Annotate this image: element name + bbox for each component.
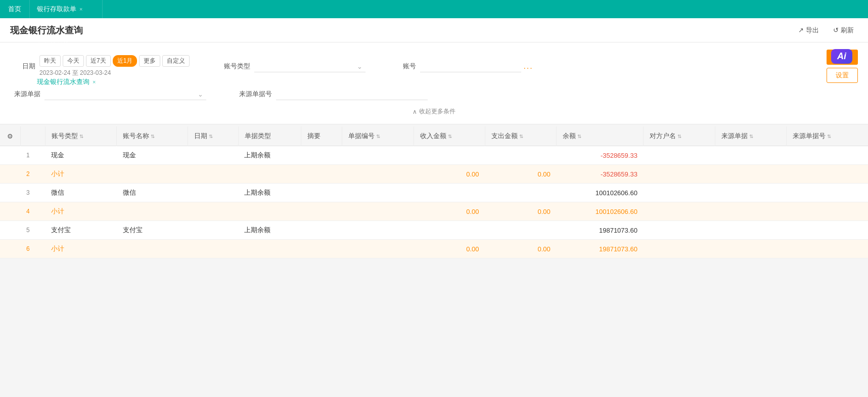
table-row: 1现金现金上期余额-3528659.33 [0,146,868,165]
close-icon[interactable]: × [79,24,82,30]
th-counterpart[interactable]: 对方户名⇅ [644,126,715,146]
sort-arrows-icon: ⇅ [209,134,213,139]
settings-button[interactable]: 设置 [827,68,858,83]
td-account_type: 小计 [45,202,116,221]
td-account_name [117,202,188,221]
td-date [188,240,239,258]
td-account_type: 微信 [45,184,116,202]
close-icon[interactable]: × [79,6,82,12]
filter-row-2: 来源单据 来源单据号 [10,88,858,100]
table-body: 1现金现金上期余额-3528659.332小计0.000.00-3528659.… [0,146,868,258]
td-income: 0.00 [414,202,485,221]
date-label: 日期 [10,62,35,71]
export-icon: ↗ [798,26,804,34]
source-doc-no-input[interactable] [276,88,428,100]
filter-row-1: 日期 昨天今天近7天近1月更多自定义 2023-02-24 至 2023-03-… [10,50,858,83]
account-type-select[interactable]: 现金 微信 支付宝 [254,60,366,72]
refresh-button[interactable]: ↺ 刷新 [829,24,858,37]
refresh-icon: ↺ [833,26,839,34]
nav-home[interactable]: 首页 [0,0,30,18]
td-account_name: 现金 [117,146,188,165]
td-balance: -3528659.33 [557,146,644,165]
export-button[interactable]: ↗ 导出 [794,24,823,37]
td-doc_no [342,202,414,221]
date-btn-近7天[interactable]: 近7天 [86,55,111,67]
td-balance: 19871073.60 [557,240,644,258]
td-index: 4 [20,202,45,221]
td-income: 0.00 [414,165,485,184]
nav-tab-银行存取款单[interactable]: 银行存取款单× [30,0,103,18]
td-source_doc_no [786,165,868,184]
date-btn-更多[interactable]: 更多 [139,55,160,67]
td-summary [301,165,342,184]
td-source_doc_no [786,184,868,202]
td-doc_type [238,165,301,184]
account-dots-button[interactable]: ... [521,60,535,73]
date-btn-自定义[interactable]: 自定义 [162,55,190,67]
th-source_doc[interactable]: 来源单据⇅ [715,126,786,146]
td-expense [485,146,557,165]
collapse-label: 收起更多条件 [419,107,455,116]
td-counterpart [644,221,715,240]
th-date[interactable]: 日期⇅ [188,126,239,146]
gear-icon[interactable]: ⚙ [7,133,13,140]
th-account_type[interactable]: 账号类型⇅ [45,126,116,146]
td-index: 6 [20,240,45,258]
close-icon[interactable]: × [79,42,82,49]
td-counterpart [644,184,715,202]
td-expense: 0.00 [485,202,557,221]
date-buttons-row: 昨天今天近7天近1月更多自定义 [39,55,190,67]
account-type-select-wrapper: 现金 微信 支付宝 [254,60,366,72]
td-account_name [117,240,188,258]
page-header: 现金银行流水查询 ↗ 导出 ↺ 刷新 [0,18,868,42]
data-table: ⚙账号类型⇅账号名称⇅日期⇅单据类型摘要单据编号⇅收入金额⇅支出金额⇅余额⇅对方… [0,126,868,258]
td-account_type: 现金 [45,146,116,165]
th-balance[interactable]: 余额⇅ [557,126,644,146]
sort-arrows-icon: ⇅ [577,134,581,139]
date-btn-昨天[interactable]: 昨天 [39,55,61,67]
th-summary: 摘要 [301,126,342,146]
source-doc-select[interactable] [44,88,206,100]
td-expense: 0.00 [485,240,557,258]
td-source_doc_no [786,240,868,258]
top-navigation: 首页 收款单×付款单×其他收入单×应收应付调整单×银行存取款单×预收冲应收单×收… [0,0,868,18]
td-summary [301,184,342,202]
table-row: 6小计0.000.0019871073.60 [0,240,868,258]
td-account_type: 小计 [45,240,116,258]
td-balance: 100102606.60 [557,202,644,221]
th-account_name[interactable]: 账号名称⇅ [117,126,188,146]
ai-badge[interactable]: Ai [831,49,852,64]
td-source_doc_no [786,221,868,240]
th-expense[interactable]: 支出金额⇅ [485,126,557,146]
th-income[interactable]: 收入金额⇅ [414,126,485,146]
sort-arrows-icon: ⇅ [79,134,83,139]
account-input[interactable] [420,60,521,72]
td-income [414,221,485,240]
td-gear [0,165,20,184]
table-header: ⚙账号类型⇅账号名称⇅日期⇅单据类型摘要单据编号⇅收入金额⇅支出金额⇅余额⇅对方… [0,126,868,146]
td-account_type: 支付宝 [45,221,116,240]
source-doc-label: 来源单据 [10,90,40,99]
close-icon[interactable]: × [79,61,82,67]
sort-arrows-icon: ⇅ [448,134,452,139]
table-row: 3微信微信上期余额100102606.60 [0,184,868,202]
close-icon[interactable]: × [93,79,96,85]
td-gear [0,184,20,202]
td-doc_no [342,240,414,258]
nav-tab-收款核销执行[interactable]: 收款核销执行× [30,36,103,55]
source-doc-no-label: 来源单据号 [237,90,272,99]
date-btn-近1月[interactable]: 近1月 [113,55,138,67]
td-doc_no [342,165,414,184]
td-doc_type: 上期余额 [238,146,301,165]
th-doc_no[interactable]: 单据编号⇅ [342,126,414,146]
td-date [188,184,239,202]
table-row: 2小计0.000.00-3528659.33 [0,165,868,184]
td-doc_type [238,202,301,221]
td-source_doc_no [786,202,868,221]
collapse-bar[interactable]: ∧ 收起更多条件 [10,105,858,120]
td-balance: -3528659.33 [557,165,644,184]
th-source_doc_no[interactable]: 来源单据号⇅ [786,126,868,146]
table-row: 5支付宝支付宝上期余额19871073.60 [0,221,868,240]
td-expense [485,184,557,202]
sort-arrows-icon: ⇅ [519,134,523,139]
